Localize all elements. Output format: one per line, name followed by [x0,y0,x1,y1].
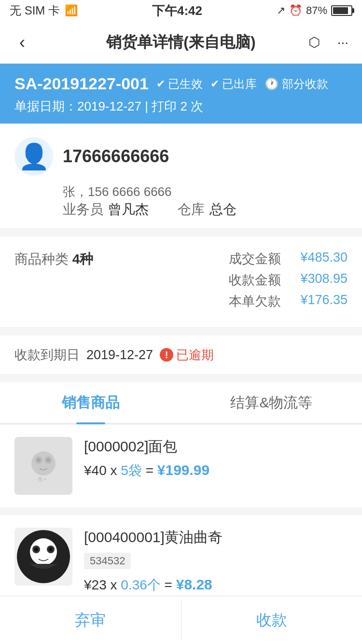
svg-point-11 [49,547,53,551]
product-item: [000400001]黄油曲奇 534532 ¥23 x 0.36个 = ¥8.… [0,515,362,607]
clock-icon: 🕐 [265,77,279,91]
status-bar: 无 SIM 卡 📶 下午4:42 ↗ ⏰ 87% [0,0,362,21]
nav-bar: ‹ 销货单详情(来自电脑) ⬡ ··· [0,21,362,64]
svg-point-4 [46,458,50,462]
product-item: 鱼+ [0000002]面包 ¥40 x 5袋 = ¥199.99 [0,424,362,507]
product-unit-price-2: ¥23 [84,577,107,592]
due-section: 收款到期日 2019-12-27 ! 已逾期 [0,336,362,375]
customer-section: 👤 17666666666 张，156 6666 6666 业务员 曾凡杰 仓库… [0,124,362,229]
product-tag-2: 534532 [84,553,131,569]
check-icon-2: ✔ [210,78,219,90]
order-header: SA-20191227-001 ✔ 已生效 ✔ 已出库 🕐 部分收款 单据日期：… [0,64,362,124]
product-price-2: ¥23 x 0.36个 = ¥8.28 [84,576,348,594]
page-title: 销货单详情(来自电脑) [106,32,255,53]
product-thumbnail-1: 鱼+ [14,437,72,495]
amount-value: ¥485.30 [300,250,348,267]
svg-text:鱼+: 鱼+ [38,476,47,483]
type-count: 4种 [72,252,94,266]
received-label: 收款金额 [229,271,281,289]
product-qty-2: 0.36个 [121,577,161,592]
svg-point-0 [31,451,56,476]
battery-icon [331,5,352,16]
check-icon-1: ✔ [156,78,165,90]
type-label: 商品种类 [14,252,69,266]
overdue-text: 已逾期 [176,347,214,364]
debt-item: 本单欠款 ¥176.35 [229,293,348,310]
order-id: SA-20191227-001 [14,74,149,93]
product-image-2 [14,528,72,586]
status-bar-left: 无 SIM 卡 📶 [10,3,78,18]
share-button[interactable]: ⬡ [305,30,324,54]
carrier-label: 无 SIM 卡 [10,3,60,18]
avatar: 👤 [14,137,53,176]
overdue-icon: ! [160,348,173,362]
tab-settlement[interactable]: 结算&物流等 [181,382,362,423]
product-info-2: [000400001]黄油曲奇 534532 ¥23 x 0.36个 = ¥8.… [84,528,348,594]
customer-name: 17666666666 [63,146,169,167]
collect-payment-button[interactable]: 收款 [181,600,362,641]
product-total-1: ¥199.99 [157,462,209,478]
status-bar-right: ↗ ⏰ 87% [277,4,352,17]
product-qty-1: 5袋 [121,463,142,478]
product-total-2: ¥8.28 [176,576,212,592]
product-multiply-1: x [111,463,121,478]
status-partial: 🕐 部分收款 [265,76,328,92]
nav-actions: ⬡ ··· [305,30,352,54]
stats-left: 商品种类 4种 [14,250,93,268]
product-eq-2: = [165,577,176,592]
user-icon: 👤 [18,142,50,171]
debt-label: 本单欠款 [229,293,281,310]
location-icon: ↗ [277,4,285,17]
product-unit-price-1: ¥40 [84,463,107,478]
wifi-icon: 📶 [65,4,78,17]
customer-contact: 张，156 6666 6666 [63,183,348,200]
received-value: ¥308.95 [300,271,348,289]
overdue-badge: ! 已逾期 [160,347,214,364]
product-thumbnail-2 [14,528,72,586]
product-info-1: [0000002]面包 ¥40 x 5袋 = ¥199.99 [84,437,348,480]
battery-percent: 87% [306,4,327,17]
stats-right: 成交金额 ¥485.30 收款金额 ¥308.95 本单欠款 ¥176.35 [229,250,348,314]
due-label: 收款到期日 [14,346,80,364]
amount-item: 成交金额 ¥485.30 [229,250,348,267]
warehouse-value: 总仓 [209,200,237,219]
warehouse-item: 仓库 总仓 [178,200,237,219]
status-shipped: ✔ 已出库 [210,76,257,92]
salesperson-item: 业务员 曾凡杰 [63,200,149,219]
alarm-icon: ⏰ [289,4,302,17]
more-button[interactable]: ··· [334,31,352,54]
product-multiply-2: x [111,577,121,592]
product-name-2: [000400001]黄油曲奇 [84,528,348,547]
debt-value: ¥176.35 [300,293,348,310]
status-bar-time: 下午4:42 [152,2,202,19]
products-list: 鱼+ [0000002]面包 ¥40 x 5袋 = ¥199.99 [0,424,362,607]
bottom-action-bar: 弃审 收款 [0,596,362,644]
customer-meta: 业务员 曾凡杰 仓库 总仓 [63,200,348,219]
product-name-1: [0000002]面包 [84,437,348,457]
cancel-review-button[interactable]: 弃审 [0,600,181,641]
back-button[interactable]: ‹ [14,28,30,57]
salesperson-value: 曾凡杰 [108,200,149,219]
due-date: 2019-12-27 [86,348,153,363]
salesperson-label: 业务员 [63,200,103,219]
tabs-section: 销售商品 结算&物流等 [0,382,362,424]
tab-products[interactable]: 销售商品 [0,382,181,423]
product-price-1: ¥40 x 5袋 = ¥199.99 [84,462,348,480]
amount-label: 成交金额 [229,250,281,267]
status-active: ✔ 已生效 [156,76,203,92]
product-image-1: 鱼+ [24,447,63,485]
order-date: 单据日期：2019-12-27 | 打印 2 次 [14,98,348,115]
received-item: 收款金额 ¥308.95 [229,271,348,289]
warehouse-label: 仓库 [178,200,205,219]
svg-point-3 [37,458,41,462]
product-eq-1: = [146,463,157,478]
stats-section: 商品种类 4种 成交金额 ¥485.30 收款金额 ¥308.95 本单欠款 ¥… [0,237,362,328]
svg-point-10 [34,547,38,551]
